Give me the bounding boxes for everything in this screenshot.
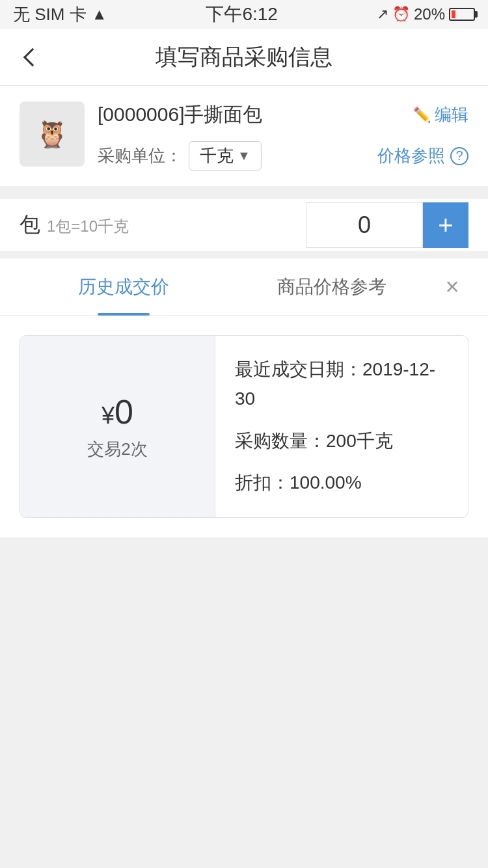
quantity-value: 0	[358, 211, 371, 239]
trade-count: 交易2次	[87, 438, 147, 461]
back-button[interactable]	[13, 38, 52, 77]
tab-section: 历史成交价 商品价格参考 × ¥0 交易2次 最近成交日期：2019-12-30	[0, 258, 488, 537]
quantity-detail-value: 200千克	[326, 431, 393, 451]
tab-header: 历史成交价 商品价格参考 ×	[0, 258, 488, 316]
tab-ref-label: 商品价格参考	[277, 275, 386, 299]
quantity-section: 包 1包=10千克 0 +	[0, 199, 488, 251]
edit-icon: ✏️	[413, 107, 431, 124]
product-title-row: [0000006]手撕面包 ✏️ 编辑	[98, 102, 468, 128]
location-icon: ↗	[377, 6, 388, 23]
increment-button[interactable]: +	[423, 202, 468, 248]
price-card: ¥0 交易2次 最近成交日期：2019-12-30 采购数量：200千克 折扣：…	[20, 335, 468, 518]
quantity-row-detail: 采购数量：200千克	[235, 427, 448, 456]
battery-icon	[449, 8, 475, 21]
unit-value: 千克	[200, 144, 234, 167]
last-date-row: 最近成交日期：2019-12-30	[235, 355, 448, 414]
main-background	[0, 537, 488, 868]
tab-history-price[interactable]: 历史成交价	[20, 258, 228, 316]
quantity-detail-label: 采购数量：	[235, 431, 326, 451]
unit-row: 采购单位： 千克 ▼ 价格参照 ?	[98, 141, 468, 170]
product-id: [0000006]	[98, 103, 184, 125]
plus-icon: +	[438, 211, 453, 240]
product-row: 🦉 [0000006]手撕面包 ✏️ 编辑 采购单位： 千克 ▼	[20, 102, 468, 170]
price-summary: ¥0 交易2次	[20, 336, 215, 517]
page-header: 填写商品采购信息	[0, 29, 488, 86]
section-divider	[0, 193, 488, 199]
product-logo-icon: 🦉	[36, 119, 68, 150]
product-name: [0000006]手撕面包	[98, 102, 262, 128]
status-time: 下午6:12	[206, 2, 278, 27]
status-carrier: 无 SIM 卡 ▲	[13, 3, 107, 26]
quantity-control: 0 +	[306, 202, 468, 248]
pkg-unit: 包	[20, 211, 40, 239]
status-bar: 无 SIM 卡 ▲ 下午6:12 ↗ ⏰ 20%	[0, 0, 488, 29]
tab-history-label: 历史成交价	[78, 275, 169, 299]
close-icon: ×	[445, 273, 459, 301]
unit-left: 采购单位： 千克 ▼	[98, 141, 262, 170]
unit-label: 采购单位：	[98, 144, 182, 167]
unit-select[interactable]: 千克 ▼	[189, 141, 262, 170]
carrier-text: 无 SIM 卡	[13, 3, 87, 26]
price-value: 0	[115, 393, 133, 431]
price-amount: ¥0	[102, 392, 133, 431]
edit-label: 编辑	[435, 103, 468, 126]
tab-active-indicator	[98, 313, 150, 316]
wifi-icon: ▲	[92, 5, 107, 23]
back-arrow-icon	[23, 47, 42, 66]
quantity-input[interactable]: 0	[306, 202, 423, 248]
discount-row: 折扣：100.00%	[235, 468, 448, 498]
help-icon: ?	[450, 147, 468, 165]
edit-button[interactable]: ✏️ 编辑	[413, 103, 468, 126]
product-info: [0000006]手撕面包 ✏️ 编辑 采购单位： 千克 ▼ 价格参照	[98, 102, 468, 170]
dropdown-icon: ▼	[237, 148, 251, 163]
discount-label: 折扣：	[235, 472, 290, 493]
alarm-icon: ⏰	[392, 6, 410, 23]
quantity-label: 包 1包=10千克	[20, 211, 129, 239]
product-thumbnail: 🦉	[20, 102, 85, 167]
product-name-text: 手撕面包	[184, 103, 262, 125]
quantity-row: 包 1包=10千克 0 +	[0, 199, 488, 251]
battery-percent: 20%	[414, 5, 445, 23]
price-ref-label: 价格参照	[377, 144, 445, 167]
page-title: 填写商品采购信息	[156, 42, 332, 72]
tab-price-reference[interactable]: 商品价格参考	[228, 258, 436, 316]
tab-close-button[interactable]: ×	[436, 271, 468, 303]
price-reference-button[interactable]: 价格参照 ?	[377, 144, 468, 167]
status-right: ↗ ⏰ 20%	[377, 5, 475, 23]
product-section: 🦉 [0000006]手撕面包 ✏️ 编辑 采购单位： 千克 ▼	[0, 86, 488, 186]
pkg-ratio: 1包=10千克	[47, 216, 129, 237]
price-details: 最近成交日期：2019-12-30 采购数量：200千克 折扣：100.00%	[215, 336, 468, 517]
currency-symbol: ¥	[102, 402, 115, 429]
last-date-label: 最近成交日期：	[235, 359, 362, 379]
discount-value: 100.00%	[290, 472, 362, 493]
tab-content: ¥0 交易2次 最近成交日期：2019-12-30 采购数量：200千克 折扣：…	[0, 316, 488, 537]
